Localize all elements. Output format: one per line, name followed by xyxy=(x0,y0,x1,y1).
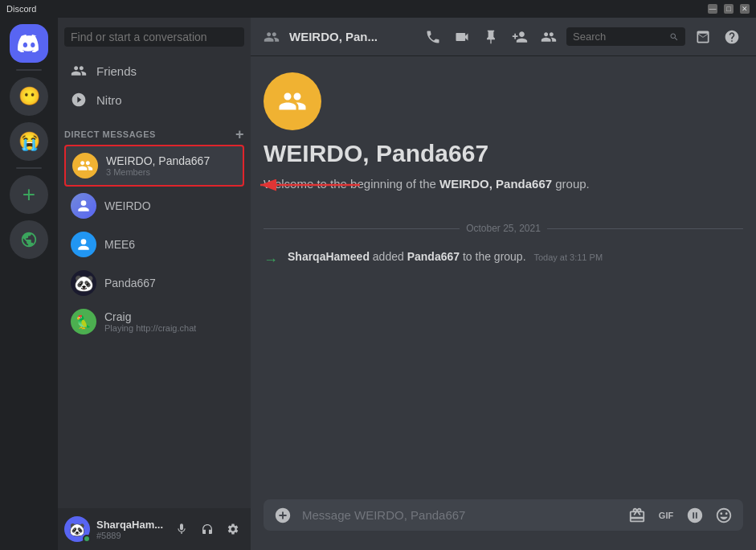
app-body: 😶 😭 + Friends xyxy=(0,18,756,550)
date-label: October 25, 2021 xyxy=(466,223,541,234)
topbar: WEIRDO, Pan... xyxy=(251,18,756,56)
craig-sub: Playing http://craig.chat xyxy=(104,323,196,333)
deafen-button[interactable] xyxy=(196,518,219,540)
message-row: → SharqaHameed added Panda667 to the gro… xyxy=(264,247,743,272)
video-button[interactable] xyxy=(451,26,473,48)
server-icon-1[interactable]: 😶 xyxy=(10,77,48,116)
welcome-avatar xyxy=(264,72,321,130)
dm-item-mee6[interactable]: MEE6 xyxy=(64,225,244,264)
craig-name: Craig xyxy=(104,310,196,323)
message-input[interactable] xyxy=(302,499,618,531)
close-button[interactable]: ✕ xyxy=(740,4,750,14)
weirdo-info: WEIRDO xyxy=(104,199,151,212)
welcome-group-name: WEIRDO, Panda667 xyxy=(439,177,552,191)
sidebar-item-friends[interactable]: Friends xyxy=(64,56,244,85)
mee6-info: MEE6 xyxy=(104,238,135,251)
emoji-button[interactable] xyxy=(711,503,737,528)
message-input-bar: GIF xyxy=(251,499,756,550)
minimize-button[interactable]: — xyxy=(708,4,717,14)
message-arrow-icon: → xyxy=(264,252,278,269)
channel-sidebar: Friends Nitro DIRECT MESSAGES + xyxy=(58,18,251,550)
topbar-search-input[interactable] xyxy=(573,31,664,43)
topbar-channel-name: WEIRDO, Pan... xyxy=(289,30,378,43)
dm-item-panda[interactable]: 🐼 Panda667 xyxy=(64,264,244,302)
welcome-desc-prefix: Welcome to the beginning of the xyxy=(264,177,439,191)
welcome-title: WEIRDO, Panda667 xyxy=(264,140,743,167)
chat-area: WEIRDO, Panda667 Welcome to the beginnin… xyxy=(251,56,756,499)
sidebar-item-label-friends: Friends xyxy=(96,64,137,78)
pin-button[interactable] xyxy=(480,26,502,48)
settings-button[interactable] xyxy=(222,518,244,540)
weirdo-avatar xyxy=(71,193,96,219)
window-controls: — □ ✕ xyxy=(708,4,750,14)
group-dm-name: WEIRDO, Panda667 xyxy=(106,154,210,167)
explore-servers-button[interactable] xyxy=(10,220,48,259)
date-divider-line-right xyxy=(547,228,743,229)
dm-list: WEIRDO, Panda667 3 Members WEIRDO xyxy=(58,145,251,508)
topbar-search[interactable] xyxy=(566,27,685,46)
inbox-button[interactable] xyxy=(692,26,714,48)
main-content: WEIRDO, Pan... xyxy=(251,18,756,550)
craig-avatar: 🦜 xyxy=(71,309,96,335)
message-content: SharqaHameed added Panda667 to the group… xyxy=(288,250,603,263)
message-suffix: to the group. xyxy=(463,250,526,263)
date-divider-line-left xyxy=(264,228,460,229)
discord-home-button[interactable] xyxy=(10,24,48,63)
sidebar-item-nitro[interactable]: Nitro xyxy=(64,85,244,114)
group-dm-info: WEIRDO, Panda667 3 Members xyxy=(106,154,210,177)
call-button[interactable] xyxy=(422,26,444,48)
current-user-avatar: 🐼 xyxy=(64,516,90,542)
welcome-desc: Welcome to the beginning of the WEIRDO, … xyxy=(264,177,743,191)
group-dm-sub: 3 Members xyxy=(106,167,210,177)
dm-item-group[interactable]: WEIRDO, Panda667 3 Members xyxy=(64,145,244,187)
message-author: SharqaHameed xyxy=(288,250,370,263)
sidebar-item-label-nitro: Nitro xyxy=(96,93,122,107)
help-button[interactable] xyxy=(721,26,743,48)
group-dm-avatar xyxy=(72,153,98,179)
gif-button[interactable]: GIF xyxy=(653,503,679,528)
message-action: added xyxy=(373,250,407,263)
current-user-name: SharqaHam... xyxy=(96,519,164,531)
input-actions: GIF xyxy=(624,503,737,528)
add-dm-button[interactable]: + xyxy=(235,127,244,142)
title-bar: Discord — □ ✕ xyxy=(0,0,756,18)
current-user-info: SharqaHam... #5889 xyxy=(96,519,164,540)
mee6-name: MEE6 xyxy=(104,238,135,251)
dm-item-craig[interactable]: 🦜 Craig Playing http://craig.chat xyxy=(64,302,244,341)
search-input[interactable] xyxy=(71,31,238,43)
mee6-avatar xyxy=(71,232,96,257)
dm-item-weirdo[interactable]: WEIRDO xyxy=(64,187,244,225)
welcome-desc-suffix: group. xyxy=(552,177,590,191)
message-target: Panda667 xyxy=(407,250,460,263)
attach-button[interactable] xyxy=(270,503,296,528)
svg-point-0 xyxy=(81,200,87,206)
message-input-container: GIF xyxy=(264,499,743,531)
app-title: Discord xyxy=(6,4,36,14)
user-footer: 🐼 SharqaHam... #5889 xyxy=(58,508,251,550)
channel-icon xyxy=(264,29,280,45)
dm-section-header: DIRECT MESSAGES + xyxy=(58,114,251,145)
current-user-tag: #5889 xyxy=(96,531,164,540)
members-button[interactable] xyxy=(537,26,560,48)
user-controls xyxy=(170,518,244,540)
panda-name: Panda667 xyxy=(104,277,156,289)
message-time: Today at 3:11 PM xyxy=(533,252,603,262)
server-divider xyxy=(16,69,42,71)
weirdo-name: WEIRDO xyxy=(104,199,151,212)
craig-info: Craig Playing http://craig.chat xyxy=(104,310,196,333)
friends-icon xyxy=(71,63,87,79)
search-input-container[interactable] xyxy=(64,27,244,47)
panda-info: Panda667 xyxy=(104,277,156,289)
chat-welcome: WEIRDO, Panda667 Welcome to the beginnin… xyxy=(264,72,743,191)
add-server-button[interactable]: + xyxy=(10,175,48,214)
sticker-button[interactable] xyxy=(682,503,708,528)
panda-avatar: 🐼 xyxy=(71,270,96,296)
sidebar-nav: Friends Nitro xyxy=(58,56,251,114)
dm-section-label: DIRECT MESSAGES xyxy=(64,129,156,139)
date-divider: October 25, 2021 xyxy=(264,223,743,234)
add-member-button[interactable] xyxy=(509,26,531,48)
gift-button[interactable] xyxy=(624,503,650,528)
mute-button[interactable] xyxy=(170,518,193,540)
maximize-button[interactable]: □ xyxy=(724,4,734,14)
server-icon-2[interactable]: 😭 xyxy=(10,122,48,161)
